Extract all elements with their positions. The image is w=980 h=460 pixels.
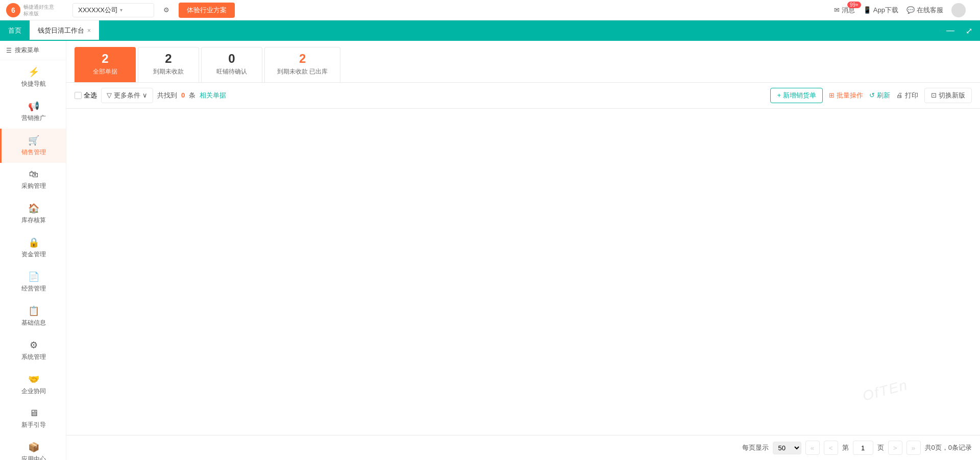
online-service-btn[interactable]: 💬 在线客服 xyxy=(906,6,943,15)
industry-btn[interactable]: 体验行业方案 xyxy=(179,3,235,18)
toolbar: 全选 ▽ 更多条件 ∨ 共找到 0 条 相关单据 + 新增销货单 ⊞ 批量操作 xyxy=(66,83,980,109)
page-label: 第 xyxy=(842,443,849,452)
stat-tab-all[interactable]: 2 全部单据 xyxy=(75,47,136,82)
switch-icon: ⊡ xyxy=(931,91,937,99)
tab-maximize-btn[interactable]: ⤢ xyxy=(962,23,976,38)
filter-btn[interactable]: ▽ 更多条件 ∨ xyxy=(101,88,153,103)
sidebar-item-purchase[interactable]: 🛍 采购管理 xyxy=(0,163,66,197)
sidebar-item-basic-info[interactable]: 📋 基础信息 xyxy=(0,299,66,333)
avatar[interactable] xyxy=(951,3,966,17)
batch-icon: ⊞ xyxy=(829,91,835,99)
print-label: 打印 xyxy=(905,91,918,100)
sidebar-item-marketing[interactable]: 📢 营销推广 xyxy=(0,94,66,129)
print-btn[interactable]: 🖨 打印 xyxy=(896,91,918,100)
first-page-btn[interactable]: « xyxy=(805,441,820,455)
logo-area: 6 畅捷通好生意 标准版 xyxy=(6,3,72,17)
tab-active[interactable]: 钱货日清工作台 × xyxy=(30,20,99,41)
stat-label-overdue: 到期未收款 xyxy=(153,67,184,76)
logo-line1: 畅捷通好生意 xyxy=(23,4,54,10)
sidebar-item-funds[interactable]: 🔒 资金管理 xyxy=(0,231,66,265)
sidebar-label-purchase: 采购管理 xyxy=(21,182,46,190)
select-all-checkbox[interactable] xyxy=(75,92,82,99)
sidebar-label-marketing: 营销推广 xyxy=(21,114,46,123)
stat-tab-overdue[interactable]: 2 到期未收款 xyxy=(138,47,199,82)
page-input[interactable] xyxy=(853,441,873,455)
related-link[interactable]: 相关单据 xyxy=(200,91,226,100)
message-icon: ✉ xyxy=(834,6,840,14)
tab-minimize-btn[interactable]: — xyxy=(943,23,958,38)
select-all-area[interactable]: 全选 xyxy=(75,91,97,100)
new-sales-btn[interactable]: + 新增销货单 xyxy=(770,88,823,103)
logo-line2: 标准版 xyxy=(23,10,54,17)
batch-label: 批量操作 xyxy=(837,91,863,100)
switch-label: 切换新版 xyxy=(939,91,965,100)
sidebar: ☰ 搜索菜单 ⚡ 快捷导航 📢 营销推广 🛒 销售管理 🛍 采购管理 🏠 库存核… xyxy=(0,41,66,460)
sidebar-label-system: 系统管理 xyxy=(21,353,46,361)
stat-tab-pending[interactable]: 0 旺铺待确认 xyxy=(201,47,262,82)
settings-button[interactable]: ⚙ xyxy=(158,2,175,18)
sidebar-item-guide[interactable]: 🖥 新手引导 xyxy=(0,402,66,435)
page-size-select[interactable]: 50 10 20 100 xyxy=(773,442,801,454)
top-bar: 6 畅捷通好生意 标准版 XXXXXX公司 ▾ ⚙ 体验行业方案 ✉ 消息 99… xyxy=(0,0,980,20)
sidebar-label-guide: 新手引导 xyxy=(21,421,46,429)
stat-number-pending: 0 xyxy=(228,52,235,66)
company-dropdown-arrow: ▾ xyxy=(120,7,122,13)
sidebar-label-sales: 销售管理 xyxy=(21,148,46,157)
sidebar-label-enterprise: 企业协同 xyxy=(21,387,46,396)
sidebar-search[interactable]: ☰ 搜索菜单 xyxy=(0,41,66,60)
refresh-label: 刷新 xyxy=(877,91,890,100)
sidebar-item-enterprise[interactable]: 🤝 企业协同 xyxy=(0,368,66,402)
select-all-label: 全选 xyxy=(84,91,97,100)
company-selector[interactable]: XXXXXX公司 ▾ xyxy=(72,3,154,17)
stat-label-all: 全部单据 xyxy=(93,67,117,76)
print-icon: 🖨 xyxy=(896,91,903,99)
home-tab-label: 首页 xyxy=(8,26,21,35)
pagination-summary: 共0页，0条记录 xyxy=(925,443,972,452)
found-unit: 条 xyxy=(189,91,195,100)
purchase-icon: 🛍 xyxy=(29,169,38,180)
last-page-btn[interactable]: » xyxy=(906,441,921,455)
sidebar-label-basic-info: 基础信息 xyxy=(21,319,46,327)
guide-icon: 🖥 xyxy=(29,408,38,419)
operations-icon: 📄 xyxy=(28,271,39,282)
sidebar-label-app-center: 应用中心 xyxy=(21,455,46,460)
plus-icon: + xyxy=(777,91,781,99)
app-download-label: App下载 xyxy=(873,6,898,15)
stat-number-all: 2 xyxy=(102,52,108,66)
logo-icon: 6 xyxy=(6,3,20,17)
stat-label-overdue-out: 到期未收款 已出库 xyxy=(277,67,328,76)
online-service-label: 在线客服 xyxy=(917,6,943,15)
minimize-icon: — xyxy=(946,26,954,35)
sidebar-item-system[interactable]: ⚙ 系统管理 xyxy=(0,333,66,368)
next-page-btn[interactable]: > xyxy=(888,441,902,455)
sidebar-item-quick-nav[interactable]: ⚡ 快捷导航 xyxy=(0,60,66,94)
page-unit: 页 xyxy=(877,443,884,452)
sidebar-item-operations[interactable]: 📄 经营管理 xyxy=(0,265,66,299)
sidebar-item-app-center[interactable]: 📦 应用中心 xyxy=(0,435,66,460)
refresh-btn[interactable]: ↺ 刷新 xyxy=(869,91,890,100)
sales-icon: 🛒 xyxy=(28,135,39,146)
prev-page-btn[interactable]: < xyxy=(824,441,838,455)
sidebar-item-inventory[interactable]: 🏠 库存核算 xyxy=(0,197,66,231)
message-badge: 99+ xyxy=(847,2,861,8)
tab-bar: 首页 钱货日清工作台 × — ⤢ xyxy=(0,20,980,41)
download-icon: 📱 xyxy=(863,6,871,14)
stat-tab-overdue-out[interactable]: 2 到期未收款 已出库 xyxy=(264,47,340,82)
top-right-area: ✉ 消息 99+ 📱 App下载 💬 在线客服 xyxy=(834,3,974,17)
found-count: 0 xyxy=(181,91,185,99)
maximize-icon: ⤢ xyxy=(966,26,972,36)
page-size-label: 每页显示 xyxy=(742,443,769,452)
system-icon: ⚙ xyxy=(30,340,38,351)
tab-close-icon[interactable]: × xyxy=(87,27,91,34)
toolbar-right: + 新增销货单 ⊞ 批量操作 ↺ 刷新 🖨 打印 ⊡ 切换新版 xyxy=(770,88,972,103)
sidebar-item-sales[interactable]: 🛒 销售管理 xyxy=(0,129,66,163)
app-download-btn[interactable]: 📱 App下载 xyxy=(863,6,898,15)
marketing-icon: 📢 xyxy=(28,101,39,112)
tab-home[interactable]: 首页 xyxy=(0,20,30,41)
app-center-icon: 📦 xyxy=(28,442,39,453)
batch-btn[interactable]: ⊞ 批量操作 xyxy=(829,91,863,100)
switch-btn[interactable]: ⊡ 切换新版 xyxy=(924,88,972,103)
search-icon: ☰ xyxy=(6,47,12,54)
sidebar-label-inventory: 库存核算 xyxy=(21,216,46,225)
message-btn[interactable]: ✉ 消息 99+ xyxy=(834,6,855,15)
